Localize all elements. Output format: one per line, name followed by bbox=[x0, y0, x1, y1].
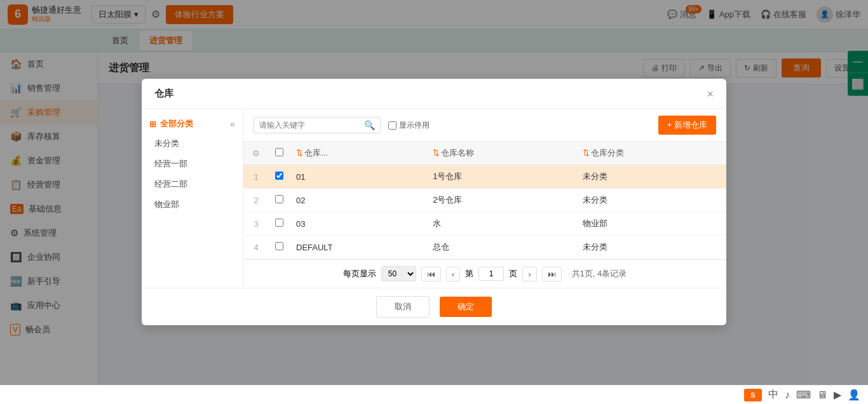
monitor-icon[interactable]: 🖥 bbox=[817, 389, 827, 401]
category-item-dept2[interactable]: 经营二部 bbox=[142, 174, 243, 194]
confirm-button[interactable]: 确定 bbox=[440, 297, 492, 317]
main-content: 进货管理 🖨 打印 ↗ 导出 ↻ 刷新 查询 设置 bbox=[98, 52, 868, 404]
page-total: 共1页, 4条记录 bbox=[572, 268, 627, 279]
grid-icon: ⊞ bbox=[149, 119, 156, 129]
row-name: 2号仓库 bbox=[426, 189, 576, 212]
prev-page-button[interactable]: ‹ bbox=[446, 267, 460, 281]
modal-title: 仓库 bbox=[154, 88, 173, 100]
last-page-button[interactable]: ⏭ bbox=[542, 267, 562, 281]
play-icon[interactable]: ▶ bbox=[834, 389, 841, 401]
row-category: 未分类 bbox=[576, 236, 726, 259]
table-wrap: ⚙ ⇅仓库... ⇅仓库名称 ⇅仓库分类 1 bbox=[243, 142, 726, 259]
table-row[interactable]: 4 DEFAULT 总仓 未分类 bbox=[243, 236, 726, 259]
table-panel: 🔍 显示停用 + 新增仓库 bbox=[243, 109, 726, 288]
main-layout: 🏠 首页 📊 销售管理 🛒 采购管理 📦 库存核算 💰 资金管理 📋 经营管理 … bbox=[0, 52, 868, 404]
table-row[interactable]: 3 03 水 物业部 bbox=[243, 212, 726, 236]
search-input-wrap: 🔍 bbox=[254, 117, 381, 133]
keyboard-icon[interactable]: ⌨ bbox=[796, 389, 811, 401]
page-unit: 页 bbox=[509, 268, 517, 279]
table-body: 1 01 1号仓库 未分类 2 02 2号仓库 未分类 3 03 水 物业部 4 bbox=[243, 165, 726, 259]
row-checkbox-cell bbox=[269, 189, 290, 212]
row-category: 未分类 bbox=[576, 165, 726, 189]
row-gear: 4 bbox=[243, 236, 269, 259]
row-category: 物业部 bbox=[576, 212, 726, 236]
cancel-button[interactable]: 取消 bbox=[376, 296, 430, 318]
row-name: 1号仓库 bbox=[426, 165, 576, 189]
row-code: 02 bbox=[290, 189, 426, 212]
sort-icon-name: ⇅ bbox=[433, 148, 440, 158]
row-category: 未分类 bbox=[576, 189, 726, 212]
next-page-button[interactable]: › bbox=[522, 267, 536, 281]
category-panel: ⊞ 全部分类 « 未分类 经营一部 经营二部 物业部 bbox=[142, 109, 243, 288]
row-checkbox[interactable] bbox=[275, 195, 283, 203]
all-category-label: 全部分类 bbox=[160, 118, 193, 130]
search-bar: 🔍 显示停用 + 新增仓库 bbox=[243, 109, 726, 142]
row-name: 总仓 bbox=[426, 236, 576, 259]
table-row[interactable]: 2 02 2号仓库 未分类 bbox=[243, 189, 726, 212]
row-checkbox[interactable] bbox=[275, 242, 283, 250]
sound-icon[interactable]: ♪ bbox=[785, 389, 790, 401]
page-size-label: 每页显示 bbox=[343, 268, 376, 279]
search-icon[interactable]: 🔍 bbox=[364, 120, 375, 130]
chinese-icon[interactable]: 中 bbox=[768, 388, 778, 401]
pagination: 每页显示 10 20 50 100 ⏮ ‹ 第 页 bbox=[243, 259, 726, 288]
warehouse-table: ⚙ ⇅仓库... ⇅仓库名称 ⇅仓库分类 1 bbox=[243, 142, 726, 259]
category-item-unclassified[interactable]: 未分类 bbox=[142, 133, 243, 154]
first-page-button[interactable]: ⏮ bbox=[421, 267, 441, 281]
row-checkbox[interactable] bbox=[275, 172, 283, 180]
row-checkbox-cell bbox=[269, 236, 290, 259]
category-item-dept1[interactable]: 经营一部 bbox=[142, 154, 243, 174]
add-warehouse-button[interactable]: + 新增仓库 bbox=[658, 116, 716, 135]
row-code: 03 bbox=[290, 212, 426, 236]
th-checkbox bbox=[269, 142, 290, 165]
show-disabled-label: 显示停用 bbox=[388, 120, 430, 131]
bottom-logo: S bbox=[744, 389, 762, 401]
show-disabled-text: 显示停用 bbox=[399, 120, 430, 131]
page-label: 第 bbox=[465, 268, 473, 279]
modal-footer: 取消 确定 bbox=[142, 288, 726, 325]
row-gear: 1 bbox=[243, 165, 269, 189]
user-bottom-icon[interactable]: 👤 bbox=[848, 389, 860, 401]
bottom-icons: S 中 ♪ ⌨ 🖥 ▶ 👤 bbox=[744, 388, 860, 401]
row-gear: 3 bbox=[243, 212, 269, 236]
th-name: ⇅仓库名称 bbox=[426, 142, 576, 165]
th-category: ⇅仓库分类 bbox=[576, 142, 726, 165]
table-header-row: ⚙ ⇅仓库... ⇅仓库名称 ⇅仓库分类 bbox=[243, 142, 726, 165]
th-gear: ⚙ bbox=[243, 142, 269, 165]
sort-icon-cat: ⇅ bbox=[583, 148, 590, 158]
category-collapse-button[interactable]: « bbox=[230, 119, 235, 129]
bottom-bar: S 中 ♪ ⌨ 🖥 ▶ 👤 bbox=[0, 385, 868, 404]
page-input[interactable] bbox=[478, 267, 504, 281]
table-row[interactable]: 1 01 1号仓库 未分类 bbox=[243, 165, 726, 189]
row-gear: 2 bbox=[243, 189, 269, 212]
row-code: 01 bbox=[290, 165, 426, 189]
select-all-checkbox[interactable] bbox=[275, 148, 283, 156]
row-code: DEFAULT bbox=[290, 236, 426, 259]
category-item-property[interactable]: 物业部 bbox=[142, 194, 243, 215]
th-code: ⇅仓库... bbox=[290, 142, 426, 165]
sort-icon-code: ⇅ bbox=[296, 148, 303, 158]
show-disabled-checkbox[interactable] bbox=[388, 121, 397, 130]
row-checkbox-cell bbox=[269, 212, 290, 236]
modal-body: ⊞ 全部分类 « 未分类 经营一部 经营二部 物业部 bbox=[142, 109, 726, 288]
page-size-select[interactable]: 10 20 50 100 bbox=[381, 266, 416, 281]
modal-close-button[interactable]: × bbox=[707, 88, 714, 100]
row-checkbox-cell bbox=[269, 165, 290, 189]
modal-header: 仓库 × bbox=[142, 79, 726, 109]
category-header: ⊞ 全部分类 « bbox=[142, 114, 243, 133]
row-name: 水 bbox=[426, 212, 576, 236]
search-input[interactable] bbox=[259, 121, 364, 130]
modal-overlay: 仓库 × ⊞ 全部分类 « 未分类 bbox=[98, 52, 868, 404]
all-category[interactable]: ⊞ 全部分类 bbox=[149, 118, 193, 130]
row-checkbox[interactable] bbox=[275, 219, 283, 227]
warehouse-modal: 仓库 × ⊞ 全部分类 « 未分类 bbox=[142, 79, 726, 325]
